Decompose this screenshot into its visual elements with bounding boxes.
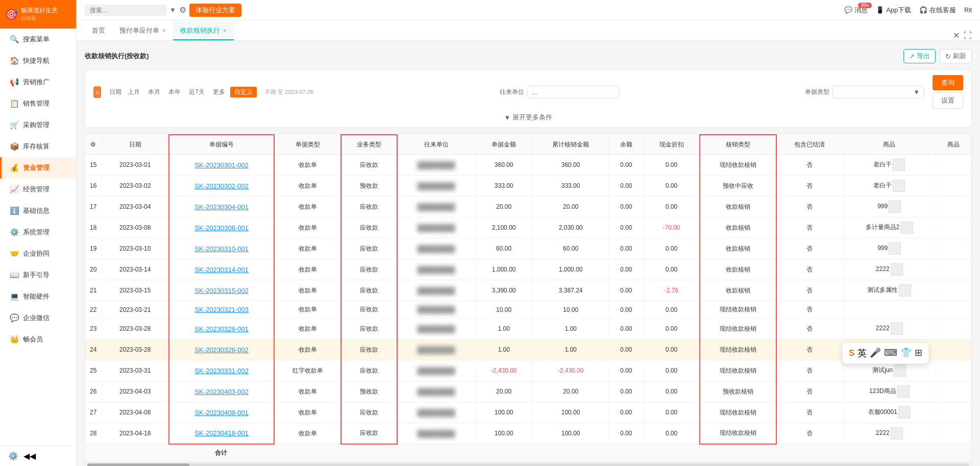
counterpart-value: ████████ (418, 224, 455, 232)
tab-verification-close[interactable]: × (223, 27, 227, 34)
cell-docno[interactable]: SK-20230308-001 (169, 217, 275, 238)
topbar-gear-button[interactable]: ⚙ (179, 5, 186, 15)
dropdown-button[interactable]: ▼ (169, 6, 176, 14)
cell-biztype: 应收款 (341, 339, 397, 360)
more-date-btn[interactable]: 更多 (210, 87, 228, 97)
cell-docno[interactable]: SK-20230328-002 (169, 339, 275, 360)
col-gear[interactable]: ⚙ (85, 135, 102, 155)
cell-docno[interactable]: SK-20230310-001 (169, 238, 275, 259)
watermark-icon-5: ⊞ (915, 347, 922, 359)
sidebar-item-3[interactable]: 📋 销售管理 (0, 93, 76, 114)
doc-link[interactable]: SK-20230315-002 (194, 287, 249, 295)
messages-button[interactable]: 💬 消息 99+ (844, 6, 868, 15)
doctype-select[interactable]: ▼ (832, 86, 924, 99)
query-button[interactable]: 查询 (933, 75, 963, 90)
doc-link[interactable]: SK-20230403-002 (194, 388, 249, 396)
cell-verifytype: 预收款核销 (700, 381, 776, 402)
cell-docno[interactable]: SK-20230328-001 (169, 318, 275, 339)
tabbar: 首页 预付单应付单 × 收款核销执行 × ✕ ⛶ (77, 20, 980, 41)
cell-verifytype: 收款核销 (700, 259, 776, 280)
cell-verified: -2,430.00 (533, 360, 609, 381)
refresh-icon: ↻ (945, 53, 951, 60)
sidebar-icon-13: 💬 (10, 313, 19, 323)
filter-toggle-btn[interactable]: » (93, 86, 101, 98)
sidebar-item-5[interactable]: 📦 库存核算 (0, 136, 76, 157)
table-row: 22 2023-03-21 SK-20230321-003 收款单 应收款 ██… (85, 301, 971, 318)
scrollbar-thumb[interactable] (87, 463, 189, 466)
tab-prepayment[interactable]: 预付单应付单 × (112, 22, 173, 40)
export-icon: ↗ (909, 53, 915, 60)
solution-button[interactable]: 体验行业方案 (189, 4, 241, 17)
doc-link[interactable]: SK-20230408-001 (194, 409, 249, 416)
app-download-button[interactable]: 📱 App下载 (876, 6, 911, 15)
sidebar-item-8[interactable]: ℹ️ 基础信息 (0, 200, 76, 222)
refresh-button[interactable]: ↻ 刷新 (940, 49, 972, 63)
doc-link[interactable]: SK-20230308-001 (194, 224, 249, 232)
sidebar-item-4[interactable]: 🛒 采购管理 (0, 114, 76, 136)
footer-label: 合计 (102, 444, 341, 462)
cell-biztype: 应收款 (341, 423, 397, 444)
sidebar-item-13[interactable]: 💬 企业微信 (0, 307, 76, 329)
sidebar-item-14[interactable]: 👑 畅会员 (0, 329, 76, 350)
collapse-icon[interactable]: ◀◀ (23, 451, 36, 461)
doc-link[interactable]: SK-20230310-001 (194, 245, 249, 253)
doc-link[interactable]: SK-20230314-001 (194, 266, 249, 274)
counterpart-select[interactable]: ... (527, 86, 619, 99)
tab-verification-label: 收款核销执行 (180, 26, 220, 35)
custom-date-btn[interactable]: 自定义 (230, 87, 257, 97)
table-scrollbar[interactable] (85, 462, 971, 467)
sidebar-item-7[interactable]: 📈 经营管理 (0, 179, 76, 200)
cell-docno[interactable]: SK-20230301-002 (169, 155, 275, 176)
cell-docno[interactable]: SK-20230418-001 (169, 423, 275, 444)
watermark-icon-2: 🎤 (870, 347, 881, 359)
last-7days-btn[interactable]: 近7天 (186, 87, 208, 97)
doc-link[interactable]: SK-20230304-001 (194, 203, 249, 211)
setting-button[interactable]: 设置 (933, 92, 963, 109)
last-month-btn[interactable]: 上月 (125, 87, 143, 97)
cell-docno[interactable]: SK-20230302-002 (169, 176, 275, 197)
expand-conditions-btn[interactable]: ▼ 展开更多条件 (504, 113, 553, 122)
settings-icon[interactable]: ⚙️ (8, 451, 18, 461)
cell-amount: 100.00 (475, 402, 533, 423)
tab-prepayment-close[interactable]: × (162, 27, 166, 34)
doc-link[interactable]: SK-20230328-001 (194, 325, 249, 333)
cell-included: 否 (776, 197, 843, 217)
cell-docno[interactable]: SK-20230331-002 (169, 360, 275, 381)
sidebar-item-12[interactable]: 💻 智能硬件 (0, 286, 76, 307)
doc-link[interactable]: SK-20230331-002 (194, 367, 249, 375)
cell-biztype: 应收款 (341, 318, 397, 339)
cell-docno[interactable]: SK-20230315-002 (169, 280, 275, 301)
sidebar-item-1[interactable]: 🏠 快捷导航 (0, 50, 76, 71)
doc-link[interactable]: SK-20230301-002 (194, 161, 249, 169)
this-month-btn[interactable]: 本月 (145, 87, 163, 97)
doc-link[interactable]: SK-20230302-002 (194, 182, 249, 190)
cell-docno[interactable]: SK-20230314-001 (169, 259, 275, 280)
counterpart-value: ████████ (418, 409, 455, 416)
col-included-header: 包含已结清 (776, 135, 843, 155)
doc-link[interactable]: SK-20230321-003 (194, 306, 249, 313)
cell-counterpart: ████████ (397, 280, 475, 301)
tab-home[interactable]: 首页 (85, 22, 112, 40)
tab-close-all-button[interactable]: ✕ (953, 31, 960, 40)
doc-link[interactable]: SK-20230418-001 (194, 429, 249, 437)
export-button[interactable]: ↗ 导出 (903, 49, 936, 63)
cell-product1: 老白干 (843, 176, 936, 197)
sidebar-item-6[interactable]: 💰 资金管理 (0, 157, 76, 179)
sidebar-item-2[interactable]: 📢 营销推广 (0, 71, 76, 93)
online-service-button[interactable]: 🎧 在线客服 (919, 6, 956, 15)
cell-docno[interactable]: SK-20230304-001 (169, 197, 275, 217)
tab-verification[interactable]: 收款核销执行 × (173, 22, 234, 40)
search-input[interactable] (85, 5, 166, 16)
cell-docno[interactable]: SK-20230321-003 (169, 301, 275, 318)
this-year-btn[interactable]: 本年 (165, 87, 184, 97)
cell-docno[interactable]: SK-20230408-001 (169, 402, 275, 423)
col-verified-header: 累计核销金额 (533, 135, 609, 155)
cell-docno[interactable]: SK-20230403-002 (169, 381, 275, 402)
sidebar-item-0[interactable]: 🔍 搜索菜单 (0, 29, 76, 50)
doc-link[interactable]: SK-20230328-002 (194, 346, 249, 354)
tab-expand-button[interactable]: ⛶ (964, 31, 972, 40)
cell-doctype: 收款单 (274, 176, 340, 197)
sidebar-item-10[interactable]: 🤝 企业协同 (0, 243, 76, 264)
sidebar-item-11[interactable]: 📖 新手引导 (0, 264, 76, 286)
sidebar-item-9[interactable]: ⚙️ 系统管理 (0, 222, 76, 243)
